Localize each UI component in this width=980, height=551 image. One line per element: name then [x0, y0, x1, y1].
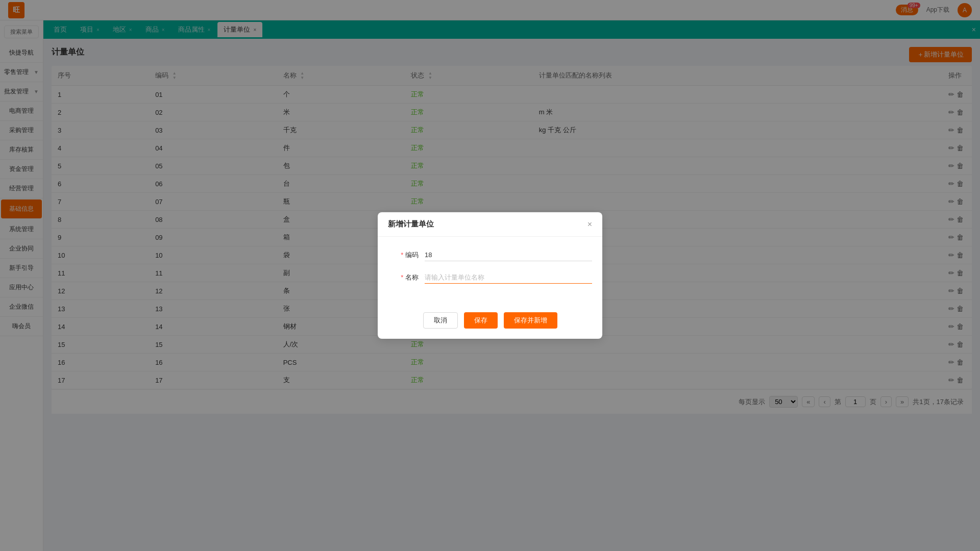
save-button[interactable]: 保存	[464, 312, 498, 329]
modal-overlay: 新增计量单位 × 编码 名称 取消 保存 保存并新增	[0, 0, 980, 551]
add-unit-modal: 新增计量单位 × 编码 名称 取消 保存 保存并新增	[378, 212, 602, 339]
form-name-input[interactable]	[425, 271, 592, 284]
form-code-label: 编码	[388, 251, 419, 260]
cancel-button[interactable]: 取消	[423, 312, 458, 329]
form-item-code: 编码	[388, 249, 592, 261]
modal-body: 编码 名称	[378, 237, 602, 306]
modal-footer: 取消 保存 保存并新增	[378, 306, 602, 339]
form-name-label: 名称	[388, 273, 419, 282]
modal-header: 新增计量单位 ×	[378, 212, 602, 237]
modal-title: 新增计量单位	[388, 219, 434, 229]
form-code-input[interactable]	[425, 249, 592, 261]
form-item-name: 名称	[388, 271, 592, 284]
modal-close-button[interactable]: ×	[587, 220, 592, 229]
save-and-new-button[interactable]: 保存并新增	[504, 312, 557, 329]
